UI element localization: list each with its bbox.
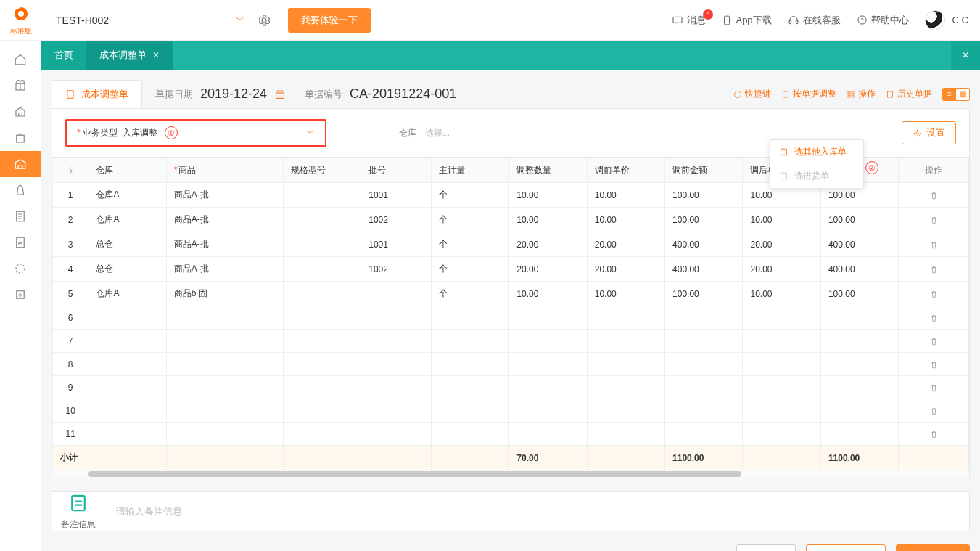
sidebar-item-new[interactable]: 新	[0, 282, 41, 308]
table-row[interactable]: 6	[53, 306, 969, 330]
online-support-button[interactable]: 在线客服	[788, 14, 841, 27]
col-unit[interactable]: 主计量	[431, 158, 508, 183]
svg-rect-25	[781, 149, 787, 155]
shop-selector[interactable]: TEST-H002 ﹀	[56, 9, 244, 32]
keyboard-icon	[733, 90, 742, 99]
app-download-button[interactable]: App下载	[722, 14, 771, 27]
save-draft-button[interactable]: 保存草稿	[806, 544, 886, 551]
warehouse-select[interactable]: 选择...	[425, 127, 450, 139]
help-center-button[interactable]: ? 帮助中心	[857, 14, 909, 27]
save-button[interactable]: 保存 ﹀	[896, 544, 970, 551]
svg-rect-19	[848, 91, 850, 94]
by-bill-adjust-button[interactable]: 按单据调整	[781, 88, 836, 100]
message-icon	[672, 15, 683, 26]
remark-input[interactable]	[104, 492, 969, 531]
delete-row-button[interactable]	[929, 264, 939, 274]
annotation-1: ①	[165, 126, 178, 139]
svg-rect-20	[852, 91, 854, 94]
delete-row-button[interactable]	[929, 335, 939, 346]
shortcut-button[interactable]: 快捷键	[733, 88, 771, 100]
delete-row-button[interactable]	[929, 214, 939, 224]
svg-point-11	[16, 264, 25, 273]
horizontal-scrollbar[interactable]	[52, 470, 969, 478]
doc-no-value: CA-20191224-001	[350, 86, 456, 102]
subtotal-post-amount: 1100.00	[820, 446, 898, 470]
col-pre-price[interactable]: 调前单价	[587, 158, 664, 183]
sidebar-item-gift[interactable]	[0, 73, 41, 99]
sidebar-item-sync[interactable]	[0, 256, 41, 282]
sidebar-item-money[interactable]	[0, 177, 41, 203]
delete-row-button[interactable]	[929, 288, 939, 298]
delete-row-button[interactable]	[929, 189, 939, 200]
chevron-down-icon: ﹀	[306, 127, 315, 139]
trash-icon	[929, 216, 939, 225]
col-settings-button[interactable]	[53, 158, 88, 183]
close-all-tabs-button[interactable]: ✕	[951, 41, 980, 70]
delete-row-button[interactable]	[929, 382, 939, 392]
by-bill-dropdown: 选其他入库单 选进货单	[770, 139, 864, 189]
svg-rect-16	[276, 91, 284, 98]
svg-point-24	[916, 131, 918, 134]
try-experience-button[interactable]: 我要体验一下	[288, 8, 371, 33]
delete-row-button[interactable]	[929, 312, 939, 322]
sidebar-item-bag[interactable]	[0, 125, 41, 151]
sidebar-item-doc[interactable]	[0, 203, 41, 229]
user-name: C C	[952, 15, 968, 25]
calendar-icon[interactable]	[274, 89, 286, 100]
discard-button[interactable]: 放弃	[736, 544, 796, 551]
messages-badge: 4	[703, 9, 713, 20]
col-pre-amount[interactable]: 调前金额	[665, 158, 743, 183]
trash-icon	[929, 360, 939, 370]
delete-row-button[interactable]	[929, 405, 939, 415]
trash-icon	[929, 240, 939, 250]
col-op: 操作	[899, 158, 969, 183]
sidebar-item-report[interactable]	[0, 229, 41, 256]
table-row[interactable]: 3总仓商品A-批1001个20.0020.00400.0020.00400.00	[53, 232, 969, 257]
svg-text:?: ?	[860, 17, 863, 23]
table-row[interactable]: 9	[53, 376, 969, 399]
shop-settings-button[interactable]	[258, 14, 271, 27]
head-actions: 快捷键 按单据调整 操作 历史单据 ≡ ▦	[733, 88, 970, 101]
sidebar-item-warehouse[interactable]	[0, 151, 41, 177]
delete-row-button[interactable]	[929, 239, 939, 249]
col-spec[interactable]: 规格型号	[283, 158, 361, 183]
col-product[interactable]: *商品	[166, 158, 283, 183]
table-row[interactable]: 2仓库A商品A-批1002个10.0010.00100.0010.00100.0…	[53, 208, 969, 232]
delete-row-button[interactable]	[929, 428, 939, 438]
sidebar-item-home[interactable]	[0, 46, 41, 73]
close-icon[interactable]: ✕	[152, 50, 160, 60]
svg-point-27	[70, 170, 72, 172]
messages-button[interactable]: 消息 4	[672, 14, 706, 27]
shop-selector-value: TEST-H002	[56, 15, 109, 26]
table-row[interactable]: 4总仓商品A-批1002个20.0020.00400.0020.00400.00	[53, 257, 969, 282]
table-row[interactable]: 8	[53, 353, 969, 376]
settings-button[interactable]: 设置	[902, 121, 956, 144]
warehouse-label: 仓库	[399, 127, 416, 139]
doc-date-value[interactable]: 2019-12-24	[200, 86, 267, 102]
view-toggle[interactable]: ≡ ▦	[942, 88, 970, 101]
table-row[interactable]: 7	[53, 330, 969, 353]
col-batch[interactable]: 批号	[361, 158, 432, 183]
avatar[interactable]	[925, 10, 945, 30]
col-qty[interactable]: 调整数量	[509, 158, 587, 183]
remark-box: 备注信息	[52, 491, 970, 531]
table-row[interactable]: 10	[53, 399, 969, 423]
doc-tab[interactable]: 成本调整单	[52, 80, 142, 108]
tab-strip: 首页 成本调整单 ✕ ✕	[41, 41, 980, 70]
table-row[interactable]: 5仓库A商品b 固个10.0010.00100.0010.00100.00	[53, 282, 969, 306]
delete-row-button[interactable]	[929, 359, 939, 369]
trash-icon	[929, 290, 939, 299]
svg-rect-23	[888, 91, 893, 97]
tab-home[interactable]: 首页	[41, 41, 86, 70]
table-row[interactable]: 11	[53, 423, 969, 446]
col-warehouse[interactable]: 仓库	[88, 158, 166, 183]
operate-button[interactable]: 操作	[847, 88, 876, 100]
sidebar-item-house[interactable]	[0, 99, 41, 125]
business-type-select[interactable]: * 业务类型 入库调整 ① ﹀	[65, 119, 326, 147]
trash-icon	[929, 265, 939, 274]
history-button[interactable]: 历史单据	[886, 88, 932, 100]
tab-cost-adjust[interactable]: 成本调整单 ✕	[86, 41, 173, 70]
doc-in-icon	[779, 147, 788, 157]
dropdown-item-other-inbound[interactable]: 选其他入库单	[770, 140, 863, 164]
top-header: 标准版 TEST-H002 ﹀ 我要体验一下 消息 4 App下载 在线客服 ?…	[0, 0, 980, 41]
